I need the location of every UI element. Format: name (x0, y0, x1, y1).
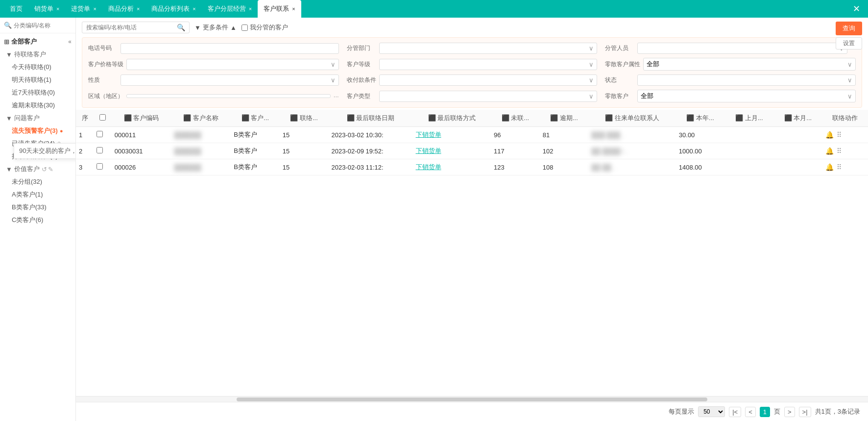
filter-customer-type-select[interactable]: ∨ (379, 91, 598, 102)
tab-purchase-close[interactable]: × (93, 6, 96, 12)
tab-product-list[interactable]: 商品分析列表 × (145, 0, 201, 18)
filter-retail-row: 零散客户 全部 ∨ (605, 90, 856, 102)
tab-customer-layer-close[interactable]: × (249, 6, 252, 12)
filter-phone-input[interactable] (121, 43, 339, 54)
main-search-input[interactable] (86, 24, 177, 31)
current-page-button[interactable]: 1 (760, 407, 770, 417)
sidebar-item-overdue-pending[interactable]: 逾期未联络(30) (0, 99, 75, 112)
cell-code: 00030031 (112, 143, 171, 159)
tab-sales-close[interactable]: × (56, 6, 59, 12)
sidebar-search-input[interactable] (14, 22, 72, 29)
tab-product-list-close[interactable]: × (193, 6, 195, 12)
filter-dept-select[interactable]: ∨ (379, 43, 598, 54)
tab-home[interactable]: 首页 (4, 0, 28, 18)
horizontal-scrollbar[interactable] (76, 396, 868, 402)
cell-checkbox[interactable] (94, 159, 111, 175)
group-problem-customers[interactable]: ▼ 问题客户 (0, 112, 75, 124)
cell-last-contact-method[interactable]: 下销货单 (413, 143, 491, 159)
select-all-checkbox[interactable] (99, 114, 106, 121)
row-action-more-1[interactable]: ⠿ (837, 147, 842, 155)
filter-manager-select[interactable]: ∨ (637, 43, 847, 54)
row-checkbox-2[interactable] (96, 163, 103, 170)
main-search-button[interactable]: 🔍 (177, 24, 185, 31)
prev-page-button[interactable]: < (745, 407, 756, 417)
row-action-message-1[interactable]: 🔔 (825, 147, 834, 155)
warning-icon: ● (60, 128, 63, 134)
next-page-button[interactable]: > (784, 407, 795, 417)
window-close-button[interactable]: ✕ (849, 3, 864, 14)
col-overdue-days[interactable]: ⬛ 逾期... (540, 110, 589, 127)
row-action-more-0[interactable]: ⠿ (837, 131, 842, 139)
cell-checkbox[interactable] (94, 143, 111, 159)
cell-last-contact-method[interactable]: 下销货单 (413, 127, 491, 143)
tab-product-analysis[interactable]: 商品分析 × (102, 0, 145, 18)
sidebar-collapse-btn[interactable]: « (68, 38, 72, 45)
filter-region-select[interactable] (126, 94, 331, 98)
sort-icon-lcm: ⬛ (428, 114, 436, 122)
group-value-customers[interactable]: ▼ 价值客户 ↺ ✎ (0, 163, 75, 175)
sidebar-item-today-pending[interactable]: 今天待联络(0) (0, 61, 75, 74)
table-row: 2 00030031 ██████ B类客户 15 2023-02-09 19:… (76, 143, 868, 159)
col-this-year[interactable]: ⬛ 本年... (676, 110, 725, 127)
filter-retail-attr-select[interactable]: 全部 ∨ (643, 58, 856, 71)
contact-method-link-1[interactable]: 下销货单 (416, 147, 441, 154)
col-last-month[interactable]: ⬛ 上月... (724, 110, 773, 127)
cell-type: B类客户 (231, 159, 280, 175)
sidebar-item-7days-pending[interactable]: 近7天待联络(0) (0, 86, 75, 99)
chevron-dept-icon: ∨ (589, 45, 594, 52)
query-button[interactable]: 查询 (836, 22, 862, 35)
page-size-select[interactable]: 50 100 200 (698, 406, 725, 417)
sidebar-item-class-a[interactable]: A类客户(1) (0, 188, 75, 201)
action-buttons: 查询 设置 (836, 22, 862, 50)
col-this-month[interactable]: ⬛ 本月... (773, 110, 822, 127)
all-customers-header[interactable]: ⊞ 全部客户 « (0, 33, 75, 48)
group-pending-contact[interactable]: ▼ 待联络客户 (0, 48, 75, 61)
sidebar-item-class-b[interactable]: B类客户(33) (0, 201, 75, 214)
contact-method-link-2[interactable]: 下销货单 (416, 163, 441, 171)
col-last-contact-method[interactable]: ⬛ 最后联络方式 (413, 110, 491, 127)
refresh-icon[interactable]: ↺ (42, 166, 47, 173)
filter-price-grade-select[interactable]: ∨ (126, 59, 339, 70)
cell-checkbox[interactable] (94, 127, 111, 143)
tab-customer-contact[interactable]: 客户联系 × (258, 0, 301, 18)
tab-sales[interactable]: 销货单 × (28, 0, 65, 18)
filter-retail-select[interactable]: 全部 ∨ (637, 90, 856, 102)
my-customers-checkbox-wrap[interactable]: 我分管的客户 (241, 23, 288, 32)
tab-customer-contact-close[interactable]: × (292, 6, 295, 12)
filter-status-select[interactable]: ∨ (637, 74, 856, 86)
col-no-contact-days[interactable]: ⬛ 未联... (491, 110, 540, 127)
col-type[interactable]: ⬛ 客户... (231, 110, 280, 127)
col-last-contact-date[interactable]: ⬛ 最后联络日期 (328, 110, 412, 127)
last-page-button[interactable]: >| (799, 407, 811, 417)
cell-last-contact-method[interactable]: 下销货单 (413, 159, 491, 175)
my-customers-checkbox[interactable] (241, 25, 248, 31)
tab-customer-layer[interactable]: 客户分层经营 × (202, 0, 258, 18)
filter-phone-label: 电话号码 (88, 44, 118, 52)
filter-region-dots[interactable]: ··· (334, 93, 339, 100)
row-action-more-2[interactable]: ⠿ (837, 163, 842, 171)
tab-purchase[interactable]: 进货单 × (65, 0, 102, 18)
scrollbar-thumb[interactable] (237, 397, 707, 401)
more-filter-button[interactable]: ▼ 更多条件 ▲ (194, 23, 237, 32)
filter-customer-grade-select[interactable]: ∨ (379, 59, 598, 70)
col-contact-person[interactable]: ⬛ 往来单位联系人 (588, 110, 675, 127)
filter-nature-select[interactable]: ∨ (121, 74, 339, 86)
first-page-button[interactable]: |< (729, 407, 741, 417)
table-body: 1 000011 ██████ B类客户 15 2023-03-02 10:30… (76, 127, 868, 175)
row-action-message-0[interactable]: 🔔 (825, 131, 834, 139)
col-contact-count[interactable]: ⬛ 联络... (280, 110, 329, 127)
contact-method-link-0[interactable]: 下销货单 (416, 131, 441, 138)
settings-button[interactable]: 设置 (836, 37, 862, 50)
col-name[interactable]: ⬛ 客户名称 (171, 110, 231, 127)
row-action-message-2[interactable]: 🔔 (825, 163, 834, 171)
tab-product-analysis-close[interactable]: × (137, 6, 140, 12)
sidebar-item-churn-warning[interactable]: 流失预警客户(3) ● (0, 124, 75, 137)
row-checkbox-1[interactable] (96, 147, 103, 153)
sidebar-item-ungroup[interactable]: 未分组(32) (0, 175, 75, 188)
sidebar-item-class-c[interactable]: C类客户(6) (0, 214, 75, 226)
filter-payment-select[interactable]: ∨ (379, 74, 598, 86)
edit-icon[interactable]: ✎ (48, 166, 53, 173)
sidebar-item-tomorrow-pending[interactable]: 明天待联络(1) (0, 74, 75, 86)
row-checkbox-0[interactable] (96, 131, 103, 137)
col-code[interactable]: ⬛ 客户编码 (112, 110, 171, 127)
